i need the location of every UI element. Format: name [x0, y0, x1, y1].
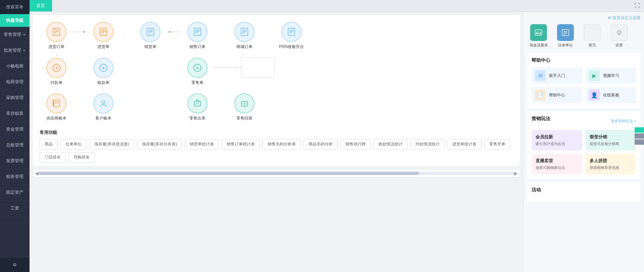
scroll-thumb — [39, 172, 419, 175]
sidebar-item-tax[interactable]: 税务管理 — [0, 169, 30, 185]
node-circle-sales-order — [187, 22, 208, 42]
func-btn-purchase-stats[interactable]: 进货单统计表 — [447, 139, 481, 149]
chevron-down-icon: ▼ — [22, 49, 26, 52]
scroll-right-arrow[interactable]: ▶ — [514, 171, 518, 176]
marketing-live[interactable]: 直播卖货 场景式购物新玩法 — [532, 154, 582, 174]
sidebar-item-ecom-mini[interactable]: 小畅电商 — [0, 58, 30, 74]
beginner-icon: ✉ — [535, 70, 546, 81]
func-btn-sales-profit[interactable]: 销售毛利分析表 — [263, 139, 301, 149]
node-circle-purchase-order — [46, 22, 66, 42]
quick-icon-none[interactable]: 暂无 — [581, 24, 604, 48]
service-label: 在线客服 — [603, 92, 619, 98]
node-mall-order[interactable]: 商城订单 — [228, 22, 261, 50]
node-circle-mall-order — [234, 22, 255, 42]
svg-text:¥: ¥ — [55, 65, 58, 71]
sidebar-item-label-purchase: 采购管理 — [6, 95, 24, 101]
func-btn-sales-order-stats[interactable]: 销售订单统计表 — [222, 139, 260, 149]
node-sales-bill[interactable]: 销货单 — [134, 22, 167, 50]
cash-flow-icon-box — [530, 24, 547, 41]
settings-label: 设置 — [615, 43, 623, 48]
sidebar-item-payroll[interactable]: 工资 — [0, 200, 30, 216]
func-btn-retail-order[interactable]: 零售开单 — [484, 139, 510, 149]
node-sales-order[interactable]: 销售订单 — [181, 22, 214, 50]
func-btn-product[interactable]: 商品 — [40, 139, 58, 149]
node-circle-retail-out — [187, 93, 208, 114]
node-purchase-order[interactable]: 进货订单 — [40, 22, 73, 50]
func-btn-sales-rank[interactable]: 销售排行榜 — [340, 139, 371, 149]
more-marketing-link[interactable]: 更多营销玩法 > — [611, 119, 636, 124]
func-btn-guide-rank[interactable]: 导购排名 — [68, 152, 95, 163]
common-functions: 常用功能 商品 往来单位 现存量(库存状况表) 现存量(库存分布表) 销货单统计… — [40, 126, 513, 163]
sidebar-item-inventory[interactable]: 库存核算 — [0, 106, 30, 122]
marketing-member[interactable]: 会员拉新 吸引用户成为会员 — [532, 130, 582, 150]
func-btn-stock-status[interactable]: 现存量(库存状况表) — [89, 139, 134, 149]
sidebar-item-general[interactable]: 总账管理 — [0, 137, 30, 153]
sidebar-item-finance[interactable]: 资金管理 — [0, 122, 30, 137]
node-receipt[interactable]: ¥ 收款单 — [87, 58, 120, 86]
expand-icon[interactable]: ⛶ — [631, 0, 644, 11]
tab-home[interactable]: 首页 — [30, 0, 52, 11]
float-desktop-quick[interactable]: 桌面快捷 — [635, 139, 644, 145]
marketing-group[interactable]: 多人拼团 拼团购物享受优惠 — [586, 154, 636, 174]
content-area: 进货订单 进货单 — [30, 12, 644, 272]
activity-card: 活动 — [527, 182, 641, 202]
customize-settings-link[interactable]: ⚙ 首页自定义设置 — [527, 15, 641, 21]
func-btn-sales-stats[interactable]: 销货单统计表 — [185, 139, 219, 149]
sidebar-item-ecom-mgr[interactable]: 电商管理 — [0, 74, 30, 90]
scroll-track[interactable] — [39, 172, 514, 175]
quick-icon-settings[interactable]: ⚙ 设置 — [607, 24, 631, 48]
right-panel: ⚙ 首页自定义设置 现金流量表 往来单位 暂无 — [523, 12, 644, 272]
service-icon: 👤 — [589, 90, 600, 100]
sidebar-item-assets[interactable]: 固定资产 — [0, 185, 30, 200]
sidebar-item-label-general: 总账管理 — [6, 142, 24, 148]
float-service-hotline[interactable]: 客服热线 — [635, 127, 644, 133]
workflow-row3: 供应商账本 客户账本 — [40, 93, 513, 121]
help-center-label: 帮助中心 — [549, 92, 565, 98]
node-retail-settle[interactable]: ¥ 零售结算 — [228, 93, 261, 121]
arrow-left-1 — [167, 29, 181, 43]
sidebar-item-purchase[interactable]: 采购管理 — [0, 90, 30, 106]
sidebar-item-retail[interactable]: 零售管理 ▼ — [0, 27, 30, 43]
node-label-retail-order: 零售单 — [191, 80, 203, 86]
node-supplier-account[interactable]: 供应商账本 — [40, 93, 73, 121]
none-icon-box — [584, 24, 601, 41]
quick-icon-cash-flow[interactable]: 现金流量表 — [527, 24, 550, 48]
quick-icon-contacts[interactable]: 往来单位 — [554, 24, 577, 48]
fission-desc: 裂变式发展分销商 — [590, 141, 632, 146]
node-label-customer: 客户账本 — [95, 116, 111, 121]
help-item-beginner[interactable]: ✉ 新手入门 — [532, 67, 582, 84]
node-purchase-bill[interactable]: 进货单 — [87, 22, 120, 50]
cash-flow-label: 现金流量表 — [530, 43, 548, 48]
group-title: 多人拼团 — [590, 158, 632, 164]
sidebar-item-label-tax: 税务管理 — [6, 174, 24, 180]
sidebar-search[interactable]: 搜索菜单 — [0, 0, 30, 14]
help-item-help[interactable]: 📄 帮助中心 — [532, 87, 582, 103]
scroll-left-arrow[interactable]: ◀ — [35, 171, 39, 176]
node-payment[interactable]: ¥ 付款单 — [40, 58, 73, 86]
svg-rect-24 — [288, 28, 295, 36]
svg-rect-35 — [53, 100, 59, 107]
node-retail-order[interactable]: ¥ 零售单 — [181, 58, 214, 86]
live-title: 直播卖货 — [536, 158, 578, 164]
sidebar-item-label-retail: 零售管理 — [4, 32, 21, 38]
sidebar-item-invoice[interactable]: 发票管理 — [0, 153, 30, 169]
func-btn-receipt-stats[interactable]: 收款情况统计 — [373, 139, 408, 149]
help-item-service[interactable]: 👤 在线客服 — [586, 87, 636, 103]
node-customer-account[interactable]: 客户账本 — [87, 93, 120, 121]
svg-text:¥: ¥ — [243, 102, 246, 106]
float-community[interactable]: 服务社区 — [635, 133, 644, 139]
svg-marker-5 — [83, 31, 86, 33]
sidebar-settings[interactable]: ⚙ — [0, 258, 30, 272]
func-btn-store-rank[interactable]: 门店排名 — [40, 152, 66, 163]
help-icon-doc: 📄 — [535, 90, 546, 100]
node-pos[interactable]: POS收银开台 — [275, 22, 308, 50]
help-item-video[interactable]: ▶ 视频学习 — [586, 67, 636, 84]
horizontal-scrollbar: ◀ ▶ — [33, 169, 520, 177]
marketing-fission[interactable]: 裂变分销 裂变式发展分销商 — [586, 130, 636, 150]
func-btn-contacts[interactable]: 往来单位 — [60, 139, 87, 149]
sidebar-item-wholesale[interactable]: 批发管理 ▼ — [0, 43, 30, 58]
node-retail-out[interactable]: 零售出库 — [181, 93, 214, 121]
func-btn-payment-stats[interactable]: 付款情况统计 — [410, 139, 445, 149]
func-btn-stock-dist[interactable]: 现存量(库存分布表) — [137, 139, 182, 149]
func-btn-product-profit[interactable]: 商品毛利分析 — [304, 139, 338, 149]
